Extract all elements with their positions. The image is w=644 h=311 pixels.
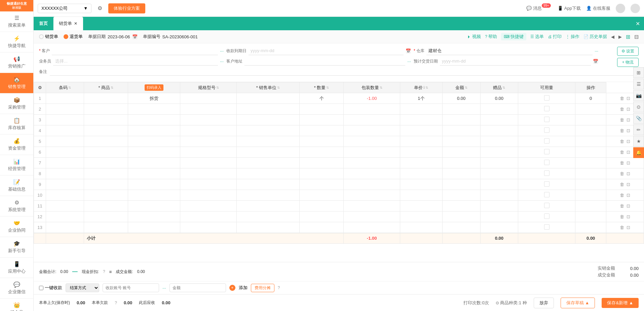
cell-unit[interactable] — [299, 211, 343, 222]
cell-spec[interactable] — [237, 179, 300, 190]
cell-unit[interactable] — [299, 190, 343, 201]
cell-amount[interactable] — [480, 222, 518, 233]
cell-goods[interactable] — [128, 211, 180, 222]
logistics-btn[interactable]: + 物流 — [617, 58, 639, 67]
cell-amount[interactable] — [480, 211, 518, 222]
goods-sort[interactable]: * 商品 ⇅ — [99, 85, 114, 91]
avatar[interactable] — [616, 4, 625, 13]
copy-icon[interactable]: ⊡ — [627, 150, 630, 155]
sidebar-item-sales[interactable]: 🏠 销售管理 — [0, 73, 33, 93]
video-link[interactable]: ⏵ 视频 — [467, 34, 481, 40]
cell-qty[interactable] — [344, 147, 400, 158]
cell-goods[interactable] — [128, 201, 180, 211]
rf-btn-7[interactable]: ★ — [633, 136, 644, 147]
cell-pkg-qty[interactable] — [400, 158, 443, 168]
delete-icon[interactable]: 🗑 — [620, 107, 624, 112]
cell-barcode[interactable] — [84, 104, 128, 115]
cell-spec[interactable] — [237, 104, 300, 115]
cell-pkg-qty[interactable] — [400, 190, 443, 201]
sidebar-item-wechat[interactable]: 💬 企业微信 — [0, 278, 33, 299]
cell-pkg-qty[interactable] — [400, 179, 443, 190]
due-date-cal-icon[interactable]: 📅 — [406, 48, 411, 53]
cell-gift[interactable] — [518, 190, 575, 201]
radio-return[interactable]: 退货单 — [64, 34, 83, 40]
cal-icon[interactable]: 📅 — [132, 34, 138, 39]
cell-price[interactable]: 0.00 — [442, 93, 480, 104]
cell-barcode[interactable] — [84, 147, 128, 158]
salesman-input[interactable]: 选择... — [53, 57, 218, 66]
cell-price[interactable] — [442, 125, 480, 136]
rf-btn-6[interactable]: ✏ — [633, 124, 644, 135]
cell-gift[interactable] — [518, 115, 575, 125]
customer-input[interactable] — [52, 47, 218, 55]
delete-icon[interactable]: 🗑 — [620, 150, 624, 155]
cell-unit[interactable] — [299, 147, 343, 158]
account-dots[interactable]: ··· — [162, 285, 166, 290]
copy-icon[interactable]: ⊡ — [627, 214, 630, 219]
cell-price[interactable] — [442, 211, 480, 222]
cell-spec[interactable] — [237, 158, 300, 168]
copy-icon[interactable]: ⊡ — [627, 139, 630, 144]
settings-btn[interactable]: ⚙ 设置 — [617, 47, 639, 56]
cell-pkg-qty[interactable] — [400, 125, 443, 136]
sidebar-item-apps[interactable]: 📱 应用中心 — [0, 258, 33, 278]
sidebar-item-member[interactable]: 👑 畅会员 — [0, 299, 33, 311]
sidebar-item-marketing[interactable]: 📢 营销推广 — [0, 52, 33, 73]
cell-unit[interactable] — [299, 158, 343, 168]
delete-icon[interactable]: 🗑 — [620, 171, 624, 176]
cell-gift[interactable] — [518, 201, 575, 211]
operate-link[interactable]: ⋮ 操作 — [566, 34, 579, 40]
cell-price[interactable] — [442, 147, 480, 158]
cell-price[interactable] — [442, 104, 480, 115]
cell-barcode[interactable] — [84, 125, 128, 136]
cell-unit[interactable] — [299, 179, 343, 190]
cell-spec[interactable] — [237, 211, 300, 222]
cell-pkg-qty[interactable] — [400, 136, 443, 147]
add-payment-btn[interactable]: + — [229, 285, 235, 291]
tab-sales[interactable]: 销货单 ✕ — [53, 17, 83, 30]
select-link[interactable]: ☰ 选单 — [530, 34, 544, 40]
cell-pkg-qty[interactable]: 1个 — [400, 93, 443, 104]
delete-icon[interactable]: 🗑 — [620, 117, 624, 122]
cell-unit[interactable] — [299, 104, 343, 115]
close-window-icon[interactable]: ✕ — [636, 21, 640, 27]
remark-input[interactable] — [50, 68, 639, 76]
cell-qty[interactable] — [344, 115, 400, 125]
fenyong-btn[interactable]: 费用分摊 — [251, 284, 274, 292]
cell-amount[interactable] — [480, 179, 518, 190]
cell-barcode[interactable] — [84, 136, 128, 147]
customer-addr-dots[interactable]: ··· — [407, 59, 411, 64]
cash-discount-help[interactable]: ? — [103, 269, 105, 274]
delete-icon[interactable]: 🗑 — [620, 139, 624, 144]
sidebar-item-guide[interactable]: 🎓 新手引导 — [0, 237, 33, 258]
cell-qty[interactable] — [344, 211, 400, 222]
cell-price[interactable] — [442, 201, 480, 211]
cell-amount[interactable]: 0.00 — [480, 93, 518, 104]
tab-close-icon[interactable]: ✕ — [74, 21, 77, 26]
save-new-btn[interactable]: 保存&新增 ▲ — [602, 298, 639, 308]
rf-btn-8[interactable]: 🔔 — [633, 147, 644, 158]
cell-qty[interactable] — [344, 222, 400, 233]
cell-qty[interactable] — [344, 190, 400, 201]
cell-barcode[interactable] — [84, 93, 128, 104]
list-view-icon[interactable]: ⊞ — [626, 34, 630, 40]
warehouse-dots[interactable]: ··· — [595, 48, 598, 53]
copy-icon[interactable]: ⊡ — [627, 203, 630, 208]
cell-unit[interactable] — [299, 168, 343, 179]
cell-barcode[interactable] — [84, 222, 128, 233]
th-settings[interactable]: ⚙ — [34, 82, 46, 93]
cell-amount[interactable] — [480, 168, 518, 179]
cell-goods[interactable] — [128, 190, 180, 201]
cell-unit[interactable] — [299, 136, 343, 147]
avatar-extra[interactable] — [631, 4, 640, 13]
cell-spec[interactable] — [237, 222, 300, 233]
cell-price[interactable] — [442, 168, 480, 179]
cell-spec[interactable] — [237, 201, 300, 211]
cell-goods[interactable]: 拆货 — [128, 93, 180, 104]
delete-icon[interactable]: 🗑 — [620, 160, 624, 165]
cell-qty[interactable] — [344, 125, 400, 136]
copy-icon[interactable]: ⊡ — [627, 193, 630, 198]
rf-btn-2[interactable]: ☰ — [633, 79, 644, 89]
cell-qty[interactable] — [344, 104, 400, 115]
cell-barcode[interactable] — [84, 190, 128, 201]
